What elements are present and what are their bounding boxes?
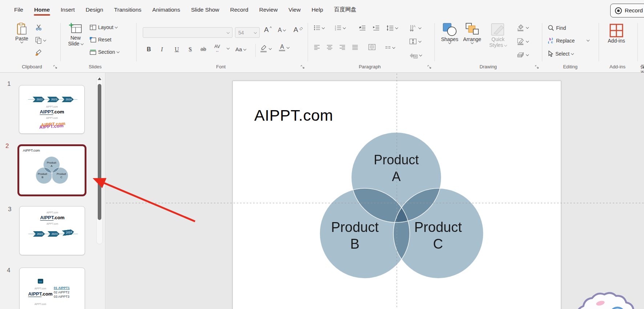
- change-case-button[interactable]: Aa: [235, 46, 246, 52]
- venn-diagram[interactable]: Product A Product B Product C: [309, 124, 487, 284]
- character-spacing-dropdown[interactable]: [227, 48, 229, 49]
- tab-animations[interactable]: Animations: [147, 3, 186, 18]
- drawing-dialog-launcher-icon[interactable]: [535, 65, 539, 69]
- tab-insert[interactable]: Insert: [55, 3, 80, 18]
- align-text-button[interactable]: [409, 38, 421, 45]
- chevron-down-icon: [418, 26, 421, 29]
- chevron-down-icon: [243, 47, 246, 50]
- convert-to-smartart-button[interactable]: [409, 52, 422, 59]
- arrange-button[interactable]: Arrange: [462, 23, 482, 44]
- shape-outline-button[interactable]: [517, 37, 528, 45]
- align-right-button[interactable]: [339, 45, 345, 50]
- section-button[interactable]: Section: [90, 49, 119, 55]
- paragraph-dialog-launcher-icon[interactable]: [427, 65, 432, 69]
- quick-styles-label-2: Styles: [489, 42, 503, 48]
- new-slide-button[interactable]: New Slide: [65, 23, 86, 47]
- tab-transitions[interactable]: Transitions: [109, 3, 147, 18]
- group-separator: [136, 23, 137, 61]
- font-name-combobox[interactable]: [143, 27, 232, 38]
- tab-view[interactable]: View: [283, 3, 306, 18]
- text-shadow-button[interactable]: S: [189, 46, 192, 53]
- chevron-down-icon: [419, 53, 422, 56]
- svg-text:Product: Product: [47, 161, 57, 164]
- character-spacing-glyph: AV: [214, 45, 220, 49]
- shape-fill-button[interactable]: [517, 24, 528, 32]
- tiny-text: AIPPT.com: [35, 303, 46, 305]
- numbering-button[interactable]: 123: [335, 25, 345, 31]
- slides-group-label: Slides: [89, 64, 101, 69]
- vertical-guide[interactable]: [397, 73, 397, 309]
- font-dialog-launcher-icon[interactable]: [300, 65, 305, 69]
- quick-styles-button[interactable]: Quick Styles: [486, 23, 510, 48]
- replace-button[interactable]: b c Replace: [547, 37, 575, 44]
- baidu-netdisk-mascot-icon[interactable]: [562, 288, 644, 309]
- thumbnail-scrollbar-thumb[interactable]: [98, 84, 101, 220]
- tab-help[interactable]: Help: [306, 3, 329, 18]
- shapes-button[interactable]: Shapes: [440, 23, 460, 44]
- tab-file[interactable]: File: [9, 3, 29, 18]
- underline-button[interactable]: U: [175, 46, 179, 53]
- brand-text: AIPPT.com: [40, 215, 64, 220]
- font-size-combobox[interactable]: 54: [235, 27, 260, 38]
- strikethrough-button[interactable]: ab: [201, 46, 206, 52]
- justify-button[interactable]: [352, 45, 358, 50]
- tab-design[interactable]: Design: [80, 3, 109, 18]
- line-spacing-button[interactable]: [386, 25, 398, 31]
- font-color-button[interactable]: A: [279, 44, 289, 51]
- align-center-icon: [327, 45, 333, 50]
- slide-3-thumbnail[interactable]: AIPPT.com AIPPT.com AIPPT.com 2022 2023 …: [19, 206, 85, 255]
- chevron-down-icon: [254, 31, 257, 33]
- slide-2-thumbnail-selected[interactable]: AIPPT.com Product A Product B Product C: [17, 144, 86, 196]
- clear-formatting-button[interactable]: A: [293, 26, 303, 34]
- tab-review[interactable]: Review: [254, 3, 283, 18]
- slide-title-text[interactable]: AIPPT.com: [254, 107, 333, 124]
- italic-button[interactable]: I: [161, 46, 163, 53]
- chevron-down-icon: [504, 44, 507, 47]
- increase-font-size-button[interactable]: A^: [264, 26, 272, 34]
- tab-home[interactable]: Home: [29, 3, 55, 18]
- chevron-down-icon: [322, 26, 325, 29]
- layout-button[interactable]: Layout: [90, 24, 117, 30]
- align-left-button[interactable]: [314, 45, 320, 50]
- replace-dropdown[interactable]: [587, 40, 589, 41]
- quick-styles-label-1: Quick: [491, 36, 505, 42]
- reset-button[interactable]: Reset: [90, 37, 112, 43]
- slide-4-thumbnail[interactable]: AIPPT.com AIPPT.com 01 AIPPT1 02 AIPPT2 …: [19, 268, 85, 309]
- paste-button[interactable]: Paste: [12, 23, 31, 43]
- bold-button[interactable]: B: [147, 46, 151, 53]
- add-remove-columns-button[interactable]: [385, 46, 395, 49]
- text-direction-button[interactable]: A: [409, 24, 421, 32]
- add-ins-button[interactable]: Add-ins: [606, 23, 627, 44]
- increase-indent-button[interactable]: [373, 25, 380, 31]
- select-button[interactable]: Select: [548, 51, 574, 57]
- tiny-text: AIPPT.com: [35, 287, 46, 290]
- align-left-icon: [314, 45, 320, 50]
- align-center-button[interactable]: [327, 45, 333, 50]
- tab-record[interactable]: Record: [225, 3, 254, 18]
- decrease-indent-button[interactable]: [359, 25, 366, 31]
- cut-button[interactable]: [36, 24, 42, 31]
- scrollbar-up-arrow-icon[interactable]: [98, 77, 101, 80]
- tab-slide-show[interactable]: Slide Show: [186, 3, 225, 18]
- panel-divider[interactable]: [105, 73, 105, 309]
- group-separator: [434, 23, 435, 61]
- clipboard-dialog-launcher-icon[interactable]: [53, 65, 57, 69]
- shape-outline-icon: [517, 37, 524, 45]
- slide-1-thumbnail[interactable]: 2022 2023 2024 AIPPT.com AIPPT.com AIPPT…: [19, 85, 85, 134]
- columns-button[interactable]: [368, 44, 376, 50]
- venn-label-c2: C: [433, 236, 443, 252]
- shape-effects-button[interactable]: [517, 51, 528, 59]
- text-highlight-color-button[interactable]: [260, 45, 271, 52]
- character-spacing-button[interactable]: AV↔: [214, 45, 220, 53]
- editing-group-label: Editing: [563, 64, 578, 69]
- record-button[interactable]: Record: [610, 4, 644, 17]
- columns-icon: [368, 44, 376, 50]
- format-painter-button[interactable]: [35, 49, 42, 56]
- copy-icon: [35, 37, 42, 44]
- horizontal-guide[interactable]: [106, 203, 644, 203]
- find-button[interactable]: Find: [548, 25, 566, 31]
- decrease-font-size-button[interactable]: A: [278, 27, 285, 33]
- bullets-button[interactable]: [314, 25, 324, 31]
- tab-baidu-netdisk[interactable]: 百度网盘: [329, 3, 362, 18]
- copy-button[interactable]: [35, 37, 46, 44]
